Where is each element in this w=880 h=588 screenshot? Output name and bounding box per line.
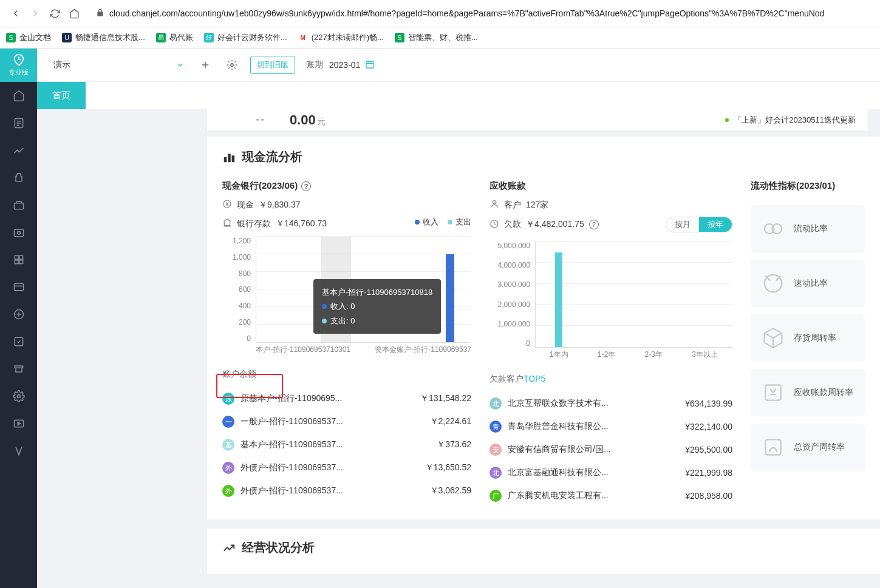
- sidebar-archive-icon[interactable]: [0, 273, 37, 300]
- customer-badge-icon: 北: [489, 467, 502, 479]
- account-amount: ￥2,224.61: [430, 416, 472, 427]
- bookmark-item[interactable]: S智能票、财、税推...: [395, 32, 478, 43]
- account-amount: ￥373.62: [437, 439, 471, 450]
- svg-rect-18: [232, 155, 235, 162]
- svg-rect-6: [15, 260, 18, 263]
- help-icon[interactable]: ?: [301, 181, 311, 191]
- account-badge-icon: 基: [222, 439, 234, 451]
- cash-bank-title: 现金银行(2023/06) ?: [222, 180, 471, 192]
- sidebar-salary-icon[interactable]: [0, 218, 37, 246]
- liquidity-card[interactable]: 总资产周转率: [751, 424, 865, 471]
- forward-button[interactable]: [28, 6, 43, 21]
- cash-stat: 现金 ￥9,830.37: [222, 199, 471, 211]
- liquidity-title: 流动性指标(2023/01): [751, 180, 865, 192]
- sidebar-assets-icon[interactable]: [0, 191, 37, 218]
- liquidity-card-label: 总资产周转率: [794, 442, 845, 453]
- liquidity-card-icon: [762, 326, 785, 350]
- toggle-month[interactable]: 按月: [666, 217, 699, 232]
- svg-rect-4: [15, 255, 18, 259]
- account-amount: ￥13,650.52: [425, 462, 471, 473]
- account-name: 外债户-招行-1109069537...: [240, 462, 343, 473]
- debt-stat: 欠款 ￥4,482,001.75 ?: [489, 219, 599, 231]
- sidebar: 专业版: [0, 49, 37, 588]
- customer-amount: ¥634,139.99: [685, 399, 732, 408]
- panel-title: 经营状况分析: [222, 539, 865, 556]
- org-selector[interactable]: 演示: [46, 54, 192, 76]
- svg-rect-8: [14, 283, 23, 291]
- app-logo[interactable]: 专业版: [0, 49, 37, 82]
- cash-bar-chart[interactable]: 1,2001,0008006004002000: [222, 237, 471, 358]
- customer-amount: ¥322,140.00: [685, 422, 732, 431]
- customer-row[interactable]: 广广东腾安机电安装工程有...¥208,958.00: [489, 484, 732, 507]
- liquidity-card[interactable]: 存货周转率: [751, 314, 865, 362]
- customer-row[interactable]: 安安徽有信商贸有限公司/国...¥295,500.00: [489, 438, 732, 461]
- account-amount: ￥131,548.22: [420, 393, 471, 404]
- sidebar-inventory-icon[interactable]: [0, 246, 37, 273]
- news-item[interactable]: 「上新」好会计20230511迭代更新: [725, 115, 856, 126]
- sidebar-voucher-icon[interactable]: [0, 109, 37, 137]
- chart-tooltip: 基本户-招行-110906953710818 收入: 0 支出: 0: [313, 279, 441, 334]
- account-row[interactable]: 基基本户-招行-1109069537...￥373.62: [222, 433, 471, 456]
- sidebar-closing-icon[interactable]: [0, 328, 37, 355]
- sidebar-report-icon[interactable]: [0, 137, 37, 164]
- account-row[interactable]: 外外债户-招行-1109069537...￥3,062.59: [222, 479, 471, 502]
- back-button[interactable]: [9, 6, 23, 21]
- sidebar-tax-icon[interactable]: [0, 300, 37, 328]
- customer-name: 青岛华胜普金科技有限公...: [508, 421, 609, 432]
- liquidity-card-icon: [762, 381, 785, 404]
- liquidity-card[interactable]: 速动比率: [751, 260, 865, 307]
- home-button[interactable]: [67, 6, 81, 21]
- customer-amount: ¥221,999.98: [685, 468, 732, 478]
- old-version-button[interactable]: 切到旧版: [250, 56, 295, 74]
- customer-name: 安徽有信商贸有限公司/国...: [508, 444, 611, 455]
- account-amount: ￥3,062.59: [430, 485, 472, 496]
- top-bar: 演示 切到旧版 账期 2023-01: [37, 49, 880, 82]
- sidebar-funds-icon[interactable]: [0, 164, 37, 191]
- bookmark-item[interactable]: U畅捷通信息技术股...: [62, 32, 145, 43]
- reload-button[interactable]: [47, 6, 62, 21]
- summary-strip: -- 0.00元 「上新」好会计20230511迭代更新: [207, 109, 868, 130]
- customer-row[interactable]: 北北京互帮联众数字技术有...¥634,139.99: [489, 392, 732, 415]
- sidebar-video-icon[interactable]: [0, 410, 37, 437]
- customer-row[interactable]: 青青岛华胜普金科技有限公...¥322,140.00: [489, 415, 732, 438]
- calendar-icon[interactable]: [365, 59, 375, 71]
- liquidity-card-icon: [762, 217, 785, 240]
- placeholder-dashes: --: [256, 113, 265, 126]
- bar-chart-icon: [222, 150, 236, 164]
- period-toggle: 按月 按年: [666, 217, 732, 232]
- account-row[interactable]: 一一般户-招行-1109069537...￥2,224.61: [222, 410, 471, 433]
- panel-title: 现金流分析: [222, 149, 865, 165]
- liquidity-card[interactable]: 流动比率: [751, 205, 865, 252]
- gear-button[interactable]: [221, 54, 243, 76]
- sidebar-settings-icon[interactable]: [0, 382, 37, 410]
- sidebar-v-icon[interactable]: [0, 437, 37, 464]
- bookmark-item[interactable]: S金山文档: [6, 32, 51, 43]
- bank-icon: [222, 218, 232, 229]
- url-text[interactable]: cloud.chanjet.com/accounting/uw1eb00zy96…: [109, 8, 824, 18]
- liquidity-card-label: 应收账款周转率: [794, 387, 853, 398]
- toggle-year[interactable]: 按年: [699, 217, 732, 232]
- browser-navbar: cloud.chanjet.com/accounting/uw1eb00zy96…: [0, 0, 880, 27]
- bookmark-bar: S金山文档 U畅捷通信息技术股... 易易代账 好好会计云财务软件... M(2…: [0, 27, 880, 49]
- help-icon[interactable]: ?: [589, 220, 599, 229]
- svg-rect-1: [14, 203, 23, 209]
- customer-badge-icon: 广: [489, 490, 502, 502]
- trend-icon: [222, 541, 236, 555]
- sidebar-home-icon[interactable]: [0, 82, 37, 109]
- liquidity-card[interactable]: 应收账款周转率: [751, 369, 865, 416]
- customer-row[interactable]: 北北京富基融通科技有限公...¥221,999.98: [489, 461, 732, 484]
- sidebar-archive2-icon[interactable]: [0, 355, 37, 382]
- receivable-bar-chart[interactable]: 5,000,0004,000,0003,000,0002,000,0001,00…: [489, 242, 732, 363]
- chevron-down-icon: [176, 61, 185, 69]
- period-value: 2023-01: [329, 60, 360, 70]
- bookmark-item[interactable]: 好好会计云财务软件...: [204, 32, 287, 43]
- add-button[interactable]: [194, 54, 216, 76]
- account-row[interactable]: 外外债户-招行-1109069537...￥13,650.52: [222, 456, 471, 479]
- svg-rect-5: [19, 255, 22, 259]
- tab-home[interactable]: 首页: [37, 82, 86, 109]
- svg-point-20: [493, 201, 496, 204]
- bookmark-item[interactable]: 易易代账: [156, 32, 193, 43]
- account-badge-icon: 外: [222, 462, 234, 474]
- tab-bar: 首页: [37, 82, 880, 109]
- bookmark-item[interactable]: M(227封未读邮件)畅...: [298, 32, 384, 43]
